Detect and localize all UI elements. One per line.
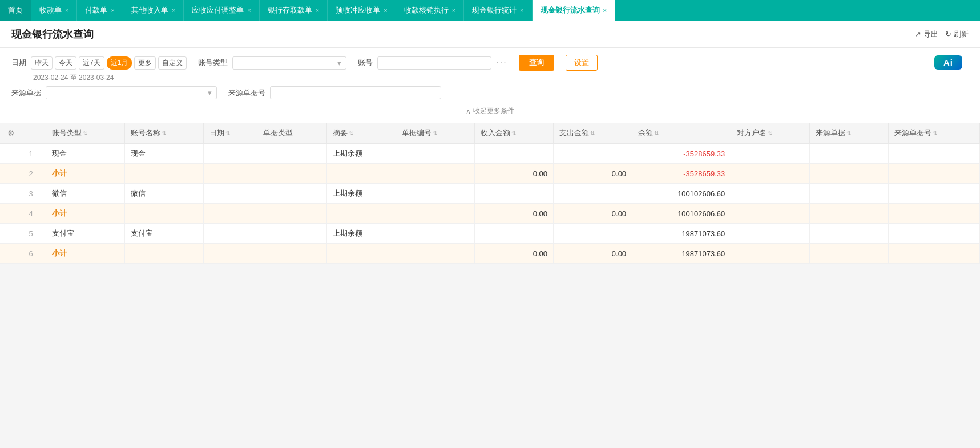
source-doc-no-filter-group: 来源单据号 [228, 86, 441, 99]
row-source_doc_no [889, 143, 980, 164]
row-expense: 0.00 [554, 164, 632, 184]
row-gear [0, 164, 23, 184]
export-button[interactable]: ↗ 导出 [915, 29, 938, 39]
row-idx: 3 [23, 184, 46, 204]
row-summary: 上期余额 [326, 143, 396, 164]
col-source_doc_no[interactable]: 来源单据号⇅ [889, 123, 980, 143]
nav-tab-预收冲应收单[interactable]: 预收冲应收单× [328, 0, 396, 21]
filter-row-2: 来源单据 ▾ 来源单据号 [11, 86, 969, 99]
row-summary: 上期余额 [326, 224, 396, 244]
account-input[interactable] [377, 56, 491, 70]
row-counterpart [731, 143, 810, 164]
col-counterpart[interactable]: 对方户名⇅ [731, 123, 810, 143]
close-icon[interactable]: × [603, 7, 607, 14]
row-income: 0.00 [475, 164, 554, 184]
row-source_doc_no [889, 204, 980, 224]
row-date [203, 224, 257, 244]
row-gear [0, 204, 23, 224]
date-btn-近7天[interactable]: 近7天 [79, 56, 104, 70]
row-account_type: 微信 [46, 184, 124, 204]
row-idx: 4 [23, 204, 46, 224]
close-icon[interactable]: × [520, 7, 523, 14]
table-row: 2小计0.000.00-3528659.33 [0, 164, 980, 184]
col-idx [23, 123, 46, 143]
row-gear [0, 143, 23, 164]
date-btn-今天[interactable]: 今天 [55, 56, 76, 70]
table-row: 3微信微信上期余额100102606.60 [0, 184, 980, 204]
row-expense: 0.00 [554, 244, 632, 264]
settings-button[interactable]: 设置 [566, 55, 598, 71]
col-balance[interactable]: 余额⇅ [632, 123, 731, 143]
col-income[interactable]: 收入金额⇅ [475, 123, 554, 143]
refresh-button[interactable]: ↻ 刷新 [945, 29, 969, 39]
table-row: 1现金现金上期余额-3528659.33 [0, 143, 980, 164]
date-btn-近1月[interactable]: 近1月 [107, 56, 132, 70]
account-type-select[interactable]: ▾ [232, 56, 346, 70]
nav-tab-收款核销执行[interactable]: 收款核销执行× [396, 0, 464, 21]
row-balance: -3528659.33 [632, 164, 731, 184]
nav-tabs: 收款单×付款单×其他收入单×应收应付调整单×银行存取款单×预收冲应收单×收款核销… [31, 0, 615, 21]
top-nav: 首页 收款单×付款单×其他收入单×应收应付调整单×银行存取款单×预收冲应收单×收… [0, 0, 980, 21]
row-account_type: 支付宝 [46, 224, 124, 244]
col-summary[interactable]: 摘要⇅ [326, 123, 396, 143]
row-date [203, 164, 257, 184]
nav-tab-现金银行统计[interactable]: 现金银行统计× [464, 0, 532, 21]
row-income: 0.00 [475, 204, 554, 224]
col-source_doc[interactable]: 来源单据⇅ [810, 123, 889, 143]
row-idx: 1 [23, 143, 46, 164]
close-icon[interactable]: × [452, 7, 455, 14]
more-options-icon[interactable]: ··· [496, 58, 507, 68]
nav-home[interactable]: 首页 [0, 0, 31, 21]
row-counterpart [731, 224, 810, 244]
source-doc-label: 来源单据 [11, 88, 41, 98]
row-account_name: 微信 [124, 184, 203, 204]
nav-tab-其他收入单[interactable]: 其他收入单× [123, 0, 184, 21]
collapse-bar[interactable]: ∧ 收起更多条件 [11, 104, 969, 118]
date-range-display: 2023-02-24 至 2023-03-24 [33, 74, 114, 82]
close-icon[interactable]: × [316, 7, 319, 14]
col-doc_no[interactable]: 单据编号⇅ [396, 123, 475, 143]
row-idx: 6 [23, 244, 46, 264]
col-gear[interactable]: ⚙ [0, 123, 23, 143]
row-date [203, 244, 257, 264]
row-idx: 2 [23, 164, 46, 184]
nav-tab-应收应付调整单[interactable]: 应收应付调整单× [184, 0, 259, 21]
row-idx: 5 [23, 224, 46, 244]
row-date [203, 184, 257, 204]
row-balance: 100102606.60 [632, 204, 731, 224]
nav-tab-现金银行流水查询[interactable]: 现金银行流水查询× [533, 0, 615, 21]
gear-icon[interactable]: ⚙ [7, 128, 15, 138]
col-account_name[interactable]: 账号名称⇅ [124, 123, 203, 143]
filter-row-1: 日期 昨天今天近7天近1月更多自定义 账号类型 ▾ 账号 ··· 查询 设置 [11, 55, 969, 71]
nav-tab-付款单[interactable]: 付款单× [77, 0, 123, 21]
source-doc-no-input[interactable] [270, 86, 441, 99]
source-doc-select[interactable]: ▾ [46, 86, 217, 99]
account-type-label: 账号类型 [198, 58, 228, 68]
date-btn-昨天[interactable]: 昨天 [31, 56, 53, 70]
row-account_type: 小计 [46, 244, 124, 264]
close-icon[interactable]: × [172, 7, 175, 14]
row-balance: -3528659.33 [632, 143, 731, 164]
query-button[interactable]: 查询 [519, 55, 554, 71]
col-account_type[interactable]: 账号类型⇅ [46, 123, 124, 143]
date-btn-自定义[interactable]: 自定义 [158, 56, 187, 70]
date-btn-更多[interactable]: 更多 [134, 56, 156, 70]
close-icon[interactable]: × [247, 7, 251, 14]
row-counterpart [731, 204, 810, 224]
row-source_doc [810, 224, 889, 244]
row-date [203, 143, 257, 164]
collapse-icon: ∧ [466, 107, 471, 115]
row-doc_no [396, 143, 475, 164]
row-balance: 100102606.60 [632, 184, 731, 204]
nav-tab-收款单[interactable]: 收款单× [31, 0, 77, 21]
close-icon[interactable]: × [65, 7, 68, 14]
col-expense[interactable]: 支出金额⇅ [554, 123, 632, 143]
row-expense [554, 184, 632, 204]
nav-tab-银行存取款单[interactable]: 银行存取款单× [260, 0, 328, 21]
col-date[interactable]: 日期⇅ [203, 123, 257, 143]
source-doc-no-label: 来源单据号 [228, 88, 265, 98]
refresh-icon: ↻ [945, 30, 951, 38]
page-header: 现金银行流水查询 ↗ 导出 ↻ 刷新 [0, 21, 980, 48]
close-icon[interactable]: × [384, 7, 387, 14]
close-icon[interactable]: × [111, 7, 114, 14]
